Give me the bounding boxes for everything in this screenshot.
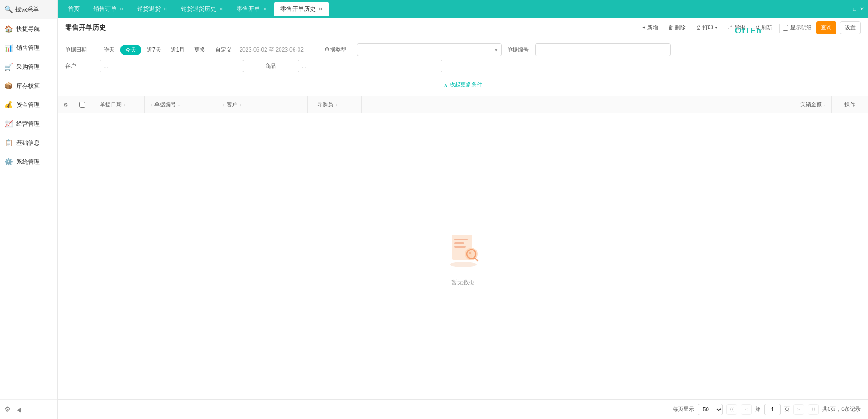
select-all-checkbox[interactable] — [79, 102, 85, 108]
goods-select[interactable]: ... — [298, 60, 442, 72]
th-customer[interactable]: ↑ 客户 ↓ — [217, 96, 308, 113]
sidebar-item-operations[interactable]: 📈 经营管理 — [0, 114, 57, 133]
tab-sales-order[interactable]: 销售订单 ✕ — [87, 2, 130, 16]
show-detail-checkbox-input[interactable] — [783, 25, 788, 31]
th-amount[interactable]: ↑ 实销金额 ↓ — [778, 96, 832, 113]
sidebar-item-label: 系统管理 — [16, 158, 40, 166]
tab-retail-open[interactable]: 零售开单 ✕ — [230, 2, 273, 16]
tab-sales-order-close[interactable]: ✕ — [119, 6, 123, 12]
customer-select[interactable]: ... — [100, 60, 244, 72]
money-icon: 💰 — [5, 101, 13, 109]
box-icon: 📦 — [5, 82, 13, 90]
page-prev-btn[interactable]: ＜ — [741, 404, 752, 415]
sidebar-item-inventory[interactable]: 📦 库存核算 — [0, 76, 57, 95]
sidebar-item-finance[interactable]: 💰 资金管理 — [0, 95, 57, 114]
th-action: 操作 — [832, 96, 868, 113]
per-page-select[interactable]: 10 20 50 100 — [698, 404, 723, 415]
sidebar-search[interactable]: 🔍 搜索采单 — [0, 0, 57, 19]
sidebar-item-purchase-mgmt[interactable]: 🛒 采购管理 — [0, 57, 57, 76]
sort-asc-icon4: ↑ — [313, 102, 315, 107]
empty-illustration — [441, 226, 486, 271]
tab-retail-history-close[interactable]: ✕ — [318, 6, 323, 12]
goods-filter-label: 商品 — [265, 62, 292, 70]
date-last1month-btn[interactable]: 近1月 — [167, 45, 189, 55]
date-custom-btn[interactable]: 自定义 — [211, 45, 236, 55]
th-salesperson-label: 导购员 — [317, 101, 333, 108]
svg-rect-2 — [454, 239, 468, 240]
sidebar: 🔍 搜索采单 🏠 快捷导航 📊 销售管理 🛒 采购管理 📦 库存核算 💰 资金管… — [0, 0, 58, 419]
tab-retail-history[interactable]: 零售开单历史 ✕ — [274, 2, 329, 16]
collapse-sidebar-icon[interactable]: ◀ — [16, 406, 21, 413]
toolbar-divider — [779, 24, 780, 33]
sidebar-item-label: 快捷导航 — [16, 25, 40, 33]
date-last7-btn[interactable]: 近7天 — [143, 45, 165, 55]
window-minimize-btn[interactable]: — — [844, 6, 849, 12]
th-date[interactable]: ↑ 单据日期 ↓ — [90, 96, 145, 113]
th-settings[interactable]: ⚙ — [58, 96, 74, 113]
doc-number-input[interactable] — [535, 43, 671, 56]
collapse-filter-btn[interactable]: ∧ 收起更多条件 — [65, 79, 861, 90]
tab-sales-return-history[interactable]: 销货退货历史 ✕ — [175, 2, 229, 16]
page-last-btn[interactable]: ⟩⟩ — [808, 404, 819, 415]
sort-desc-icon4: ↓ — [335, 102, 337, 107]
page-first-btn[interactable]: ⟨⟨ — [726, 404, 737, 415]
new-button-label: + 新增 — [642, 24, 658, 32]
customer-dots: ... — [104, 63, 109, 70]
svg-point-0 — [450, 262, 477, 267]
window-restore-btn[interactable]: □ — [853, 6, 856, 12]
empty-text: 暂无数据 — [451, 278, 475, 287]
sidebar-item-sales-mgmt[interactable]: 📊 销售管理 — [0, 38, 57, 57]
new-button[interactable]: + 新增 — [638, 22, 662, 34]
filter-settings-button[interactable]: 设置 — [840, 21, 861, 34]
clipboard-icon: 📋 — [5, 139, 13, 147]
export-button-label: ↗ 导出 — [727, 24, 745, 32]
tab-sales-return-history-close[interactable]: ✕ — [219, 6, 223, 12]
home-icon: 🏠 — [5, 25, 13, 33]
sidebar-item-label: 资金管理 — [16, 101, 40, 109]
tab-sales-return-label: 销货退货 — [137, 5, 161, 13]
filter-row-2: 客户 ... 商品 ... — [65, 60, 861, 72]
filter-row-1: 单据日期 昨天 今天 近7天 近1月 更多 自定义 2023-06-02 至 2… — [65, 43, 861, 56]
th-salesperson[interactable]: ↑ 导购员 ↓ — [308, 96, 362, 113]
query-button[interactable]: 查询 — [816, 21, 836, 34]
sidebar-item-label: 采购管理 — [16, 63, 40, 71]
date-more-btn[interactable]: 更多 — [190, 45, 209, 55]
settings-bottom-icon[interactable]: ⚙ — [5, 405, 11, 414]
sort-asc-icon2: ↑ — [150, 102, 152, 107]
page-next-btn[interactable]: ＞ — [793, 404, 804, 415]
sidebar-item-sys-mgmt[interactable]: ⚙️ 系统管理 — [0, 152, 57, 171]
delete-button[interactable]: 🗑 删除 — [664, 22, 690, 34]
export-button[interactable]: ↗ 导出 — [723, 22, 749, 34]
refresh-button[interactable]: ↺ 刷新 — [751, 22, 777, 34]
doc-type-select[interactable]: ▾ — [357, 43, 502, 56]
th-date-label: 单据日期 — [100, 101, 122, 108]
tab-home[interactable]: 首页 — [62, 2, 86, 16]
date-yesterday-btn[interactable]: 昨天 — [100, 45, 119, 55]
tab-sales-return-close[interactable]: ✕ — [163, 6, 167, 12]
sidebar-item-basic-info[interactable]: 📋 基础信息 — [0, 133, 57, 152]
goods-dots: ... — [302, 63, 307, 70]
th-checkbox[interactable] — [74, 96, 90, 113]
tab-sales-return[interactable]: 销货退货 ✕ — [131, 2, 174, 16]
sort-desc-icon: ↓ — [123, 102, 126, 107]
tab-home-label: 首页 — [68, 5, 80, 13]
th-number[interactable]: ↑ 单据编号 ↓ — [145, 96, 217, 113]
total-info: 共0页，0条记录 — [822, 405, 861, 413]
print-button[interactable]: 🖨 打印 ▾ — [691, 22, 722, 34]
search-icon: 🔍 — [5, 5, 13, 14]
window-close-btn[interactable]: ✕ — [860, 6, 864, 12]
date-today-btn[interactable]: 今天 — [120, 45, 141, 55]
nav-window-controls: — □ ✕ — [844, 6, 864, 12]
chart-icon: 📊 — [5, 44, 13, 52]
trending-icon: 📈 — [5, 120, 13, 128]
sidebar-item-label: 基础信息 — [16, 139, 40, 147]
sidebar-item-label: 库存核算 — [16, 82, 40, 90]
query-button-label: 查询 — [821, 24, 832, 32]
show-detail-toggle[interactable]: 显示明细 — [783, 24, 812, 32]
filter-area: 单据日期 昨天 今天 近7天 近1月 更多 自定义 2023-06-02 至 2… — [58, 38, 868, 96]
sidebar-item-quick-nav[interactable]: 🏠 快捷导航 — [0, 19, 57, 38]
page-number-input[interactable] — [764, 404, 781, 415]
customer-filter-label: 客户 — [65, 62, 92, 70]
tab-retail-open-close[interactable]: ✕ — [263, 6, 267, 12]
collapse-up-icon: ∧ — [444, 82, 448, 88]
